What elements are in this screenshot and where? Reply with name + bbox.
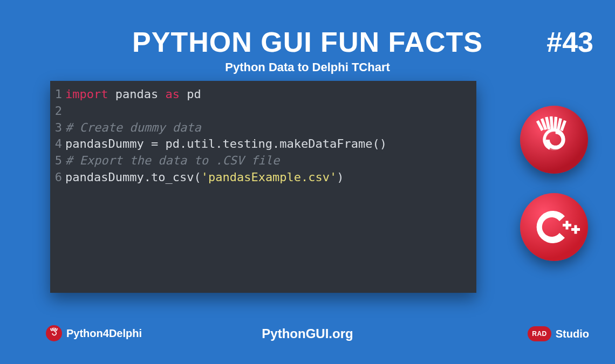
page-title: PYTHON GUI FUN FACTS [0,26,615,58]
fact-number-badge: #43 [546,26,593,58]
code-token: # Create dummy data [65,121,201,134]
line-number: 3 [50,120,62,136]
code-token: as [165,87,180,101]
code-token: 'pandasExample.csv' [201,170,337,184]
footer-right-label: Studio [556,328,589,340]
code-line: 2 [50,103,476,120]
c-plus-plus-icon [527,200,581,254]
code-token: # Export the data to .CSV file [65,154,279,167]
code-token: import [65,87,108,101]
code-line: 1import pandas as pd [50,86,476,103]
line-number: 6 [50,169,62,186]
footer-center-label: PythonGUI.org [0,326,615,341]
code-block: 1import pandas as pd23# Create dummy dat… [50,81,476,293]
code-token: pandas [108,87,165,101]
rad-pill-icon: RAD [528,326,551,341]
code-line: 6pandasDummy.to_csv('pandasExample.csv') [50,169,476,186]
code-token: ) [337,170,344,184]
line-number: 2 [50,103,62,120]
code-line: 5# Export the data to .CSV file [50,153,476,169]
code-token: pd [180,87,201,101]
code-token: pandasDummy = pd.util.testing.makeDataFr… [65,137,387,150]
svg-rect-9 [566,221,569,230]
footer-right: RAD Studio [528,326,589,341]
code-token: pandasDummy.to_csv( [65,170,201,184]
line-number: 4 [50,136,62,153]
page-subtitle: Python Data to Delphi TChart [0,60,615,74]
code-line: 3# Create dummy data [50,120,476,136]
line-number: 5 [50,153,62,169]
svg-rect-3 [550,116,554,129]
svg-rect-11 [575,225,577,234]
cpp-builder-logo-icon [520,193,588,261]
line-number: 1 [50,86,62,103]
code-line: 4pandasDummy = pd.util.testing.makeDataF… [50,136,476,153]
svg-rect-4 [554,117,557,130]
helmet-icon [530,115,578,164]
delphi-logo-icon [520,106,588,174]
